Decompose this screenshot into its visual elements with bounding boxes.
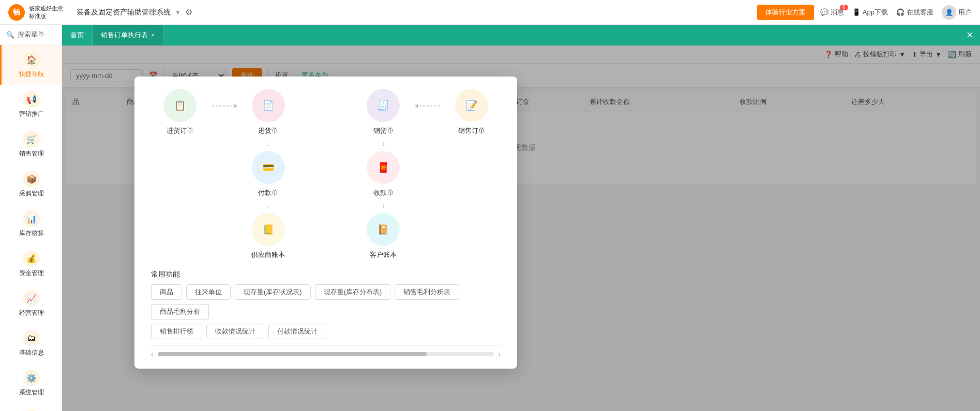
common-btn-receipt-stat[interactable]: 收款情况统计 — [206, 324, 264, 339]
tab-home[interactable]: 首页 — [62, 25, 93, 45]
message-icon: 💬 — [820, 8, 828, 16]
sidebar-item-purchase-label: 采购管理 — [19, 189, 44, 198]
common-btn-counterpart[interactable]: 往来单位 — [186, 284, 231, 300]
online-service-label: 在线客服 — [907, 8, 933, 17]
sales-icon: 🛒 — [23, 131, 40, 147]
inventory-icon: 📊 — [23, 210, 40, 227]
sidebar-item-sales[interactable]: 🛒 销售管理 — [0, 125, 62, 164]
arrow-down-sales-bill: ↓ — [382, 140, 385, 147]
sidebar-item-quick-label: 快捷导航 — [19, 70, 44, 79]
sidebar-item-system[interactable]: ⚙️ 系统管理 — [0, 363, 62, 403]
flow-node-customer-account[interactable]: 📔 客户账本 — [367, 213, 400, 260]
purchase-order-circle[interactable]: 📋 — [163, 89, 197, 122]
sidebar-item-quick[interactable]: 🏠 快捷导航 — [0, 45, 62, 85]
system-dropdown-icon[interactable]: ▼ — [175, 9, 181, 16]
sidebar-search[interactable]: 🔍 搜索菜单 — [0, 25, 62, 45]
sidebar-item-basic[interactable]: 🗂 基础信息 — [0, 324, 62, 363]
settings-icon[interactable]: ⚙ — [185, 7, 192, 17]
system-icon: ⚙️ — [23, 370, 40, 386]
basic-icon: 🗂 — [23, 330, 40, 346]
sales-order-label: 销售订单 — [458, 126, 485, 135]
svg-text:📒: 📒 — [263, 224, 275, 235]
app-download-item[interactable]: 📱 App下载 — [852, 8, 888, 17]
payment-bill-circle[interactable]: 💳 — [252, 151, 285, 184]
arrow-down-purchase-bill: ↓ — [267, 140, 270, 147]
common-functions-section: 常用功能 商品 往来单位 现存量(库存状况表) 现存量(库存分布表) 销售毛利分… — [151, 270, 501, 339]
scroll-right-icon[interactable]: › — [498, 350, 501, 358]
supplier-account-circle[interactable]: 📒 — [252, 213, 285, 246]
app-download-label: App下载 — [863, 8, 888, 17]
experience-button[interactable]: 体验行业方案 — [757, 5, 814, 20]
system-name: 装备及固定资产辅助管理系统 — [77, 8, 171, 17]
sidebar-item-marketing-label: 营销推广 — [19, 110, 44, 118]
user-item[interactable]: 👤 用户 — [942, 5, 972, 20]
common-btn-product-profit[interactable]: 商品毛利分析 — [151, 304, 209, 319]
arrow-sales-order-to-bill — [415, 102, 441, 110]
sidebar-item-marketing[interactable]: 📢 营销推广 — [0, 85, 62, 125]
svg-text:📋: 📋 — [174, 100, 186, 111]
close-all-tabs-icon[interactable]: ✕ — [966, 29, 974, 41]
search-icon: 🔍 — [6, 31, 14, 39]
logo-icon: 畅 — [8, 4, 25, 21]
sidebar-search-label: 搜索菜单 — [18, 30, 44, 39]
purchase-bill-circle[interactable]: 📄 — [252, 89, 285, 122]
sales-bill-circle[interactable]: 🧾 — [367, 89, 400, 122]
sidebar: 🔍 搜索菜单 🏠 快捷导航 📢 营销推广 🛒 销售管理 📦 采购管理 📊 库存核… — [0, 25, 62, 411]
tab-actions: ✕ — [966, 29, 980, 41]
app-download-icon: 📱 — [852, 8, 861, 16]
flow-modal: 📋 进货订单 📄 进货单 — [134, 77, 517, 369]
common-btn-stock-dist[interactable]: 现存量(库存分布表) — [315, 284, 391, 300]
header-right: 💬 消息 6 📱 App下载 🎧 在线客服 👤 用户 — [820, 5, 972, 20]
scroll-left-icon[interactable]: ‹ — [151, 350, 154, 358]
finance-icon: 💰 — [23, 250, 40, 267]
flow-node-receipt-bill[interactable]: 🧧 收款单 — [367, 151, 400, 197]
sidebar-item-purchase[interactable]: 📦 采购管理 — [0, 164, 62, 204]
sidebar-item-operations-label: 经营管理 — [19, 309, 44, 317]
sidebar-item-finance[interactable]: 💰 资金管理 — [0, 244, 62, 284]
flow-node-purchase-bill[interactable]: 📄 进货单 — [252, 89, 285, 135]
common-btn-sales-profit[interactable]: 销售毛利分析表 — [395, 284, 459, 300]
modal-overlay[interactable]: 📋 进货订单 📄 进货单 — [62, 45, 980, 411]
operations-icon: 📈 — [23, 290, 40, 307]
avatar: 👤 — [942, 5, 956, 20]
flow-node-sales-bill[interactable]: 🧾 销货单 — [367, 89, 400, 135]
tab-bar: 首页 销售订单执行表 × ✕ — [62, 25, 980, 45]
online-service-item[interactable]: 🎧 在线客服 — [896, 8, 933, 17]
tab-close-icon[interactable]: × — [151, 32, 155, 39]
common-btn-product[interactable]: 商品 — [151, 284, 182, 300]
purchase-order-label: 进货订单 — [167, 126, 193, 135]
message-item[interactable]: 💬 消息 6 — [820, 8, 844, 17]
sidebar-item-finance-label: 资金管理 — [19, 269, 44, 278]
flow-node-payment-bill[interactable]: 💳 付款单 — [252, 151, 285, 197]
user-label: 用户 — [958, 8, 972, 17]
system-title: 装备及固定资产辅助管理系统 ▼ ⚙ — [77, 7, 751, 17]
app-layout: 🔍 搜索菜单 🏠 快捷导航 📢 营销推广 🛒 销售管理 📦 采购管理 📊 库存核… — [0, 25, 980, 411]
common-btn-payment-stat[interactable]: 付款情况统计 — [268, 324, 326, 339]
customer-account-circle[interactable]: 📔 — [367, 213, 400, 246]
page-area: ❓ 帮助 🖨 按模板打印 ▼ ⬆ 导出 ▼ 🔄 — [62, 45, 980, 411]
modal-scrollbar: ‹ › — [151, 345, 501, 358]
common-functions-title: 常用功能 — [151, 270, 501, 279]
svg-text:🧾: 🧾 — [378, 100, 389, 111]
receipt-bill-circle[interactable]: 🧧 — [367, 151, 400, 184]
logo-area: 畅 畅康通好生意 标准版 — [8, 4, 70, 21]
arrow-down-payment: ↓ — [267, 202, 270, 209]
sales-order-circle[interactable]: 📝 — [455, 89, 488, 122]
scrollbar-track[interactable] — [158, 352, 494, 356]
sidebar-item-enterprise[interactable]: 🤝 企业协同 — [0, 403, 62, 411]
flow-node-supplier-account[interactable]: 📒 供应商账本 — [251, 213, 285, 260]
flow-node-purchase-order[interactable]: 📋 进货订单 — [163, 89, 197, 135]
top-header: 畅 畅康通好生意 标准版 装备及固定资产辅助管理系统 ▼ ⚙ 体验行业方案 💬 … — [0, 0, 980, 25]
common-btn-stock-status[interactable]: 现存量(库存状况表) — [235, 284, 311, 300]
sidebar-item-inventory[interactable]: 📊 库存核算 — [0, 204, 62, 244]
message-badge: 6 — [840, 5, 848, 10]
arrow-purchase-to-bill — [211, 102, 237, 110]
svg-text:💳: 💳 — [263, 162, 275, 173]
payment-bill-label: 付款单 — [258, 188, 278, 197]
sidebar-item-operations[interactable]: 📈 经营管理 — [0, 284, 62, 324]
flow-node-sales-order[interactable]: 📝 销售订单 — [455, 89, 488, 135]
tab-sales-order-exec[interactable]: 销售订单执行表 × — [93, 25, 163, 45]
purchase-bill-label: 进货单 — [258, 126, 278, 135]
arrow-down-receipt: ↓ — [382, 202, 385, 209]
common-btn-sales-rank[interactable]: 销售排行榜 — [151, 324, 202, 339]
